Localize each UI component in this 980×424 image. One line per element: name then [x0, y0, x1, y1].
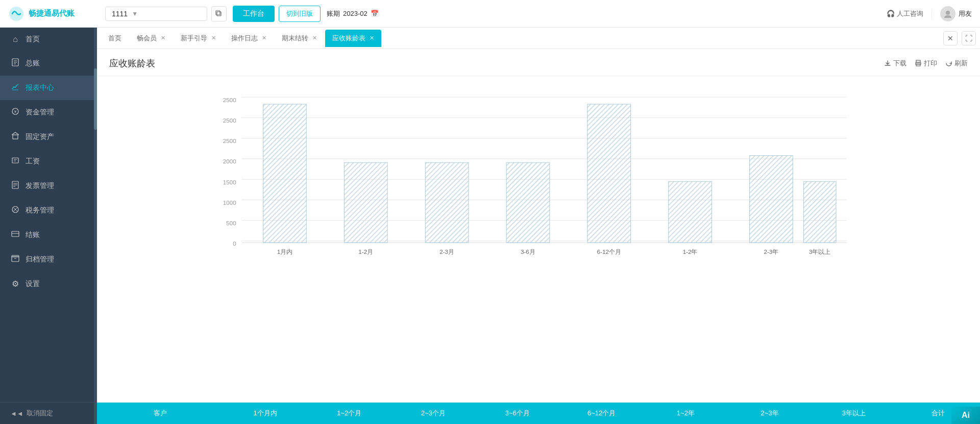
tab-guide-close[interactable]: ✕: [211, 35, 216, 41]
tab-guide-label: 新手引导: [181, 34, 207, 43]
svg-text:3年以上: 3年以上: [809, 248, 830, 255]
sidebar-item-funds[interactable]: ¥ 资金管理: [0, 100, 97, 125]
th-1month: 1个月内: [223, 409, 307, 418]
user-area[interactable]: 用友: [940, 6, 972, 21]
consult-button[interactable]: 🎧 人工咨询: [887, 9, 923, 18]
download-button[interactable]: 下载: [884, 59, 906, 68]
app-title: 畅捷通易代账: [29, 9, 75, 18]
svg-text:1-2年: 1-2年: [683, 248, 698, 255]
sidebar-label-checkout: 结账: [26, 230, 40, 240]
sidebar-label-archive: 归档管理: [26, 255, 54, 264]
sidebar-label-reports: 报表中心: [26, 83, 54, 92]
top-header: 畅捷通易代账 1111 ▼ 工作台 切到旧版 账期 2023-02 📅 🎧 人工…: [0, 0, 980, 28]
copy-button[interactable]: [211, 6, 227, 21]
header-right: 🎧 人工咨询 用友: [887, 6, 972, 21]
tab-period-end-close[interactable]: ✕: [312, 35, 317, 41]
svg-text:3-6月: 3-6月: [521, 248, 535, 255]
sidebar-label-funds: 资金管理: [26, 108, 54, 117]
period-label: 账期: [327, 9, 340, 18]
sidebar-label-invoice: 发票管理: [26, 181, 54, 191]
tab-ar-aging[interactable]: 应收账龄表 ✕: [325, 30, 381, 47]
sidebar-label-payroll: 工资: [26, 157, 40, 166]
consult-label: 人工咨询: [897, 9, 923, 18]
tax-icon: [10, 205, 20, 216]
svg-text:6-12个月: 6-12个月: [597, 248, 621, 255]
settings-icon: ⚙: [10, 279, 20, 289]
svg-rect-61: [803, 181, 836, 243]
cancel-fixed-label: 取消固定: [27, 409, 53, 418]
tab-member-close[interactable]: ✕: [161, 35, 165, 41]
tab-oplog-close[interactable]: ✕: [262, 35, 266, 41]
tab-member[interactable]: 畅会员 ✕: [130, 30, 173, 47]
svg-text:1500: 1500: [223, 179, 236, 185]
th-6-12month: 6~12个月: [559, 409, 644, 418]
headset-icon: 🎧: [887, 10, 895, 17]
download-label: 下载: [893, 59, 906, 68]
print-button[interactable]: 打印: [915, 59, 937, 68]
svg-rect-47: [263, 104, 307, 243]
page-title: 应收账龄表: [109, 57, 155, 69]
tab-ar-aging-close[interactable]: ✕: [370, 35, 374, 41]
th-2-3month: 2~3个月: [391, 409, 476, 418]
period-area: 账期 2023-02 📅: [327, 9, 379, 18]
sidebar-label-settings: 设置: [26, 279, 40, 289]
svg-text:1000: 1000: [223, 199, 236, 206]
tab-home-label: 首页: [108, 34, 121, 43]
svg-text:2-3月: 2-3月: [439, 248, 454, 255]
sidebar: ⌂ 首页 总账 报表中心: [0, 28, 97, 424]
svg-text:2500: 2500: [223, 97, 236, 103]
sidebar-item-assets[interactable]: 固定资产: [0, 125, 97, 149]
calendar-icon[interactable]: 📅: [371, 10, 379, 17]
svg-rect-55: [587, 104, 631, 243]
tab-actions: ✕ ⛶: [943, 31, 976, 45]
reports-icon: [10, 83, 20, 93]
svg-text:1-2月: 1-2月: [358, 248, 373, 255]
tab-close-all-button[interactable]: ✕: [943, 31, 958, 45]
th-customer: 客户: [97, 409, 223, 418]
company-selector[interactable]: 1111 ▼: [105, 7, 207, 21]
sidebar-label-assets: 固定资产: [26, 132, 54, 142]
sidebar-item-ledger[interactable]: 总账: [0, 51, 97, 76]
tab-period-end[interactable]: 期末结转 ✕: [275, 30, 324, 47]
tab-fullscreen-button[interactable]: ⛶: [962, 31, 976, 45]
sidebar-item-archive[interactable]: 归档管理: [0, 247, 97, 272]
sidebar-item-checkout[interactable]: 结账: [0, 223, 97, 247]
svg-text:2000: 2000: [223, 158, 236, 164]
svg-rect-2: [216, 11, 220, 15]
svg-text:2-3年: 2-3年: [764, 248, 778, 255]
sidebar-item-reports[interactable]: 报表中心: [0, 76, 97, 100]
logo-icon: [8, 6, 24, 22]
svg-point-3: [946, 11, 950, 15]
switch-version-button[interactable]: 切到旧版: [279, 6, 321, 22]
chart-area: 0 500 1000 1500 2000 2500 2500 2500: [97, 76, 980, 403]
svg-rect-53: [506, 162, 550, 243]
avatar: [940, 6, 955, 21]
tab-home[interactable]: 首页: [101, 30, 129, 47]
cancel-fixed-button[interactable]: ◄◄ 取消固定: [0, 402, 97, 424]
refresh-icon: [945, 60, 952, 67]
sidebar-item-settings[interactable]: ⚙ 设置: [0, 272, 97, 296]
sidebar-item-invoice[interactable]: 发票管理: [0, 174, 97, 198]
tab-ar-aging-label: 应收账龄表: [332, 34, 365, 43]
sidebar-item-home[interactable]: ⌂ 首页: [0, 28, 97, 51]
th-2-3year: 2~3年: [728, 409, 812, 418]
ai-badge[interactable]: Ai: [951, 407, 980, 424]
refresh-button[interactable]: 刷新: [945, 59, 968, 68]
archive-icon: [10, 254, 20, 265]
tab-bar: 首页 畅会员 ✕ 新手引导 ✕ 操作日志 ✕ 期末结转 ✕ 应收账龄表 ✕: [97, 28, 980, 49]
th-3plus-year: 3年以上: [812, 409, 896, 418]
home-icon: ⌂: [10, 35, 20, 44]
svg-rect-1: [217, 12, 221, 16]
tab-guide[interactable]: 新手引导 ✕: [174, 30, 223, 47]
svg-text:¥: ¥: [14, 109, 17, 114]
sidebar-label-ledger: 总账: [26, 59, 40, 68]
workbench-button[interactable]: 工作台: [233, 6, 275, 22]
sidebar-item-tax[interactable]: 税务管理: [0, 198, 97, 223]
sidebar-label-tax: 税务管理: [26, 206, 54, 215]
ar-aging-chart: 0 500 1000 1500 2000 2500 2500 2500: [107, 86, 960, 270]
tab-member-label: 畅会员: [137, 34, 157, 43]
tab-oplog[interactable]: 操作日志 ✕: [224, 30, 274, 47]
th-3-6month: 3~6个月: [475, 409, 559, 418]
sidebar-item-payroll[interactable]: 工资: [0, 149, 97, 174]
assets-icon: [10, 132, 20, 142]
